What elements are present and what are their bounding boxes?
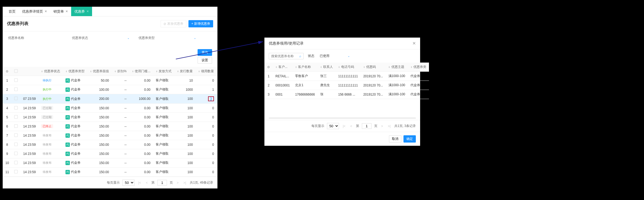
table-row[interactable]: 2执行中代代金券100.00--0.00客户领取100010↗▦ bbox=[3, 85, 217, 94]
tab-销货单[interactable]: 销货单✕ bbox=[50, 7, 71, 16]
first-page-icon[interactable]: |< bbox=[137, 181, 142, 185]
status-badge: 执行中 bbox=[41, 97, 53, 101]
distribute-button[interactable]: ⊘ 发放优惠券 bbox=[161, 20, 186, 27]
select-all-checkbox[interactable] bbox=[14, 69, 18, 73]
page-input[interactable] bbox=[157, 180, 167, 186]
last-page-icon[interactable]: >| bbox=[182, 181, 187, 185]
modal-status-label: 状态 bbox=[308, 54, 314, 58]
confirm-button[interactable]: 确定 bbox=[403, 135, 416, 143]
prev-page-icon[interactable]: < bbox=[145, 181, 149, 185]
filter-name-input[interactable] bbox=[26, 35, 64, 41]
status-badge: 待发布 bbox=[41, 161, 53, 165]
col-type[interactable]: ▲▼优惠券类型 bbox=[63, 67, 87, 76]
first-page-icon[interactable]: |< bbox=[342, 124, 347, 128]
table-row[interactable]: 1待执行代代金券50.00--0.00客户领取1000↗▦ bbox=[3, 76, 217, 85]
filter-type-select[interactable]: ⌄ bbox=[157, 35, 197, 41]
row-checkbox[interactable] bbox=[14, 78, 18, 82]
col-phone[interactable]: ▲▼电话号码 bbox=[336, 63, 361, 72]
col-used[interactable]: ▲▼使用数量 bbox=[217, 67, 217, 76]
modal-search-input[interactable] bbox=[271, 54, 299, 58]
tab-首页[interactable]: 首页 bbox=[5, 7, 19, 16]
close-icon[interactable]: ✕ bbox=[66, 10, 68, 13]
voucher-icon: 代 bbox=[66, 152, 70, 156]
col-custname[interactable]: ▲▼客户名称 bbox=[292, 63, 317, 72]
row-checkbox[interactable] bbox=[14, 161, 18, 164]
cancel-button[interactable]: 取消 bbox=[389, 135, 401, 143]
table-row[interactable]: 414 23:59已过期代代金券150.00--0.00客户领取10000↗▦ bbox=[3, 104, 217, 113]
col-contact[interactable]: ▲▼联系人 bbox=[318, 63, 336, 72]
table-row[interactable]: 200010001北京1唐先生111111111112019120 70...满… bbox=[264, 81, 429, 90]
table-row[interactable]: 1RETAIL...零散客户张三111111111112019120 70...… bbox=[264, 72, 429, 81]
prev-page-icon[interactable]: < bbox=[349, 124, 353, 128]
modal-title: 优惠券领用/使用记录 bbox=[269, 41, 304, 46]
col-code[interactable]: ▲▼优惠码 bbox=[361, 63, 385, 72]
chevron-down-icon: ⌄ bbox=[127, 37, 129, 39]
col-issued[interactable]: ▲▼发行数量 bbox=[174, 67, 195, 76]
status-badge: 执行中 bbox=[41, 88, 53, 91]
last-page-icon[interactable]: >| bbox=[387, 124, 392, 128]
close-icon[interactable]: ✕ bbox=[45, 10, 47, 13]
row-checkbox[interactable] bbox=[14, 133, 18, 137]
col-method[interactable]: ▲▼发放方式 bbox=[153, 67, 174, 76]
col-claimed[interactable]: ▲▼领用数量 bbox=[195, 67, 217, 76]
status-badge: 已过期 bbox=[41, 106, 53, 110]
col-threshold[interactable]: ▲▼使用门槛... bbox=[129, 67, 153, 76]
row-checkbox[interactable] bbox=[14, 88, 18, 91]
tab-优惠券[interactable]: 优惠券✕ bbox=[71, 7, 92, 16]
filter-name-label: 优惠券名称 bbox=[8, 36, 24, 40]
next-page-icon[interactable]: > bbox=[176, 181, 180, 185]
usage-record-modal: 优惠券领用/使用记录 ✕ ⌕ 状态 已使用⌄ ⚙ ▲▼客户... ▲▼客户名称 … bbox=[264, 38, 420, 146]
tab-bar: 首页优惠券详情页✕销货单✕优惠券✕ bbox=[3, 7, 217, 16]
status-badge: 待发布 bbox=[41, 170, 53, 174]
row-checkbox[interactable] bbox=[14, 143, 18, 146]
search-icon[interactable]: ⌕ bbox=[299, 54, 301, 58]
settings-button[interactable]: 设置 bbox=[198, 57, 212, 64]
col-mtype[interactable]: ▲▼优惠券类 bbox=[408, 63, 429, 72]
filter-status-select[interactable]: ⌄ bbox=[90, 35, 130, 41]
gear-icon[interactable]: ⚙ bbox=[3, 67, 12, 76]
table-row[interactable]: 914 23:59待发布代代金券150.00--0.00客户领取10000↗▦ bbox=[3, 149, 217, 158]
close-icon[interactable]: ✕ bbox=[412, 41, 416, 46]
page-summary: 共1页, 49条记录 bbox=[190, 180, 213, 185]
col-topic[interactable]: ▲▼优惠主题 bbox=[386, 63, 408, 72]
coupon-table: ⚙ ▲▼优惠券状态 ▲▼优惠券类型 ▲▼优惠券面值 ▲▼折扣% ▲▼使用门槛..… bbox=[3, 67, 217, 177]
table-row[interactable]: 714 23:59待发布代代金券150.00--0.00客户领取10000↗▦ bbox=[3, 131, 217, 140]
row-checkbox[interactable] bbox=[14, 152, 18, 155]
voucher-icon: 代 bbox=[66, 115, 70, 119]
per-page-select[interactable]: 50 bbox=[122, 180, 134, 186]
add-coupon-button[interactable]: + 新增优惠券 bbox=[188, 20, 213, 27]
table-row[interactable]: 514 23:59已过期代代金券150.00--0.00客户领取10000↗▦ bbox=[3, 113, 217, 122]
col-custno[interactable]: ▲▼客户... bbox=[273, 63, 292, 72]
row-checkbox[interactable] bbox=[14, 170, 18, 173]
per-page-label: 每页显示 bbox=[107, 180, 120, 185]
table-row[interactable]: 614 23:59已终止代代金券150.00--0.00客户领取10000↗▦ bbox=[3, 122, 217, 131]
query-button[interactable]: 查询 bbox=[198, 49, 212, 56]
next-page-icon[interactable]: > bbox=[380, 124, 384, 128]
horizontal-scrollbar[interactable] bbox=[269, 117, 416, 119]
col-status[interactable]: ▲▼优惠券状态 bbox=[38, 67, 63, 76]
col-face[interactable]: ▲▼优惠券面值 bbox=[87, 67, 112, 76]
tab-优惠券详情页[interactable]: 优惠券详情页✕ bbox=[19, 7, 50, 16]
row-checkbox[interactable] bbox=[14, 115, 18, 119]
table-row[interactable]: 814 23:59待发布代代金券150.00--0.00客户领取10000↗▦ bbox=[3, 140, 217, 149]
col-discount[interactable]: ▲▼折扣% bbox=[112, 67, 129, 76]
close-icon[interactable]: ✕ bbox=[86, 10, 89, 13]
table-row[interactable]: 307 23:59执行中代代金券200.00--1000.00客户领取10031… bbox=[3, 94, 217, 104]
modal-page-summary: 共1页, 3条记录 bbox=[394, 124, 416, 128]
gear-icon[interactable]: ⚙ bbox=[264, 63, 273, 72]
status-badge: 待发布 bbox=[41, 152, 53, 155]
row-checkbox[interactable] bbox=[14, 97, 18, 100]
table-row[interactable]: 1014 23:59待发布代代金券150.00--0.00客户领取10000↗▦ bbox=[3, 158, 217, 168]
modal-per-page-select[interactable]: 50 bbox=[327, 123, 339, 129]
filter-bar: 优惠券名称 优惠券状态 ⌄ 优惠券类型 ⌄ 查询 设置 bbox=[3, 31, 217, 67]
modal-search-box[interactable]: ⌕ bbox=[269, 53, 304, 59]
claimed-link[interactable]: 3 bbox=[208, 96, 214, 101]
table-row[interactable]: 3000117666666666张156 6666 ...2019120 70.… bbox=[264, 90, 429, 99]
voucher-icon: 代 bbox=[66, 106, 70, 110]
modal-page-input[interactable] bbox=[362, 123, 372, 129]
row-checkbox[interactable] bbox=[14, 106, 18, 110]
modal-status-select[interactable]: 已使用⌄ bbox=[319, 53, 351, 59]
table-row[interactable]: 1114 23:59待发布代代金券150.00--0.00客户领取10000↗▦ bbox=[3, 168, 217, 177]
row-checkbox[interactable] bbox=[14, 124, 18, 128]
filter-status-label: 优惠券状态 bbox=[72, 36, 88, 40]
